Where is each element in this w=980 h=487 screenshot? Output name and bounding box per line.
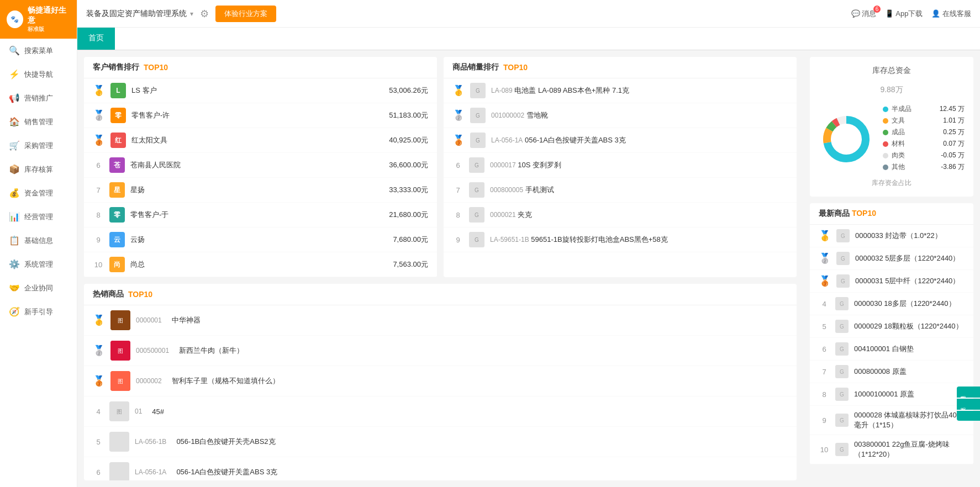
product-code: 01 [135, 407, 142, 415]
system-icon: ⚙️ [9, 259, 20, 269]
product-thumbnail: G [835, 388, 849, 401]
product-thumbnail: 图 [110, 341, 130, 361]
avatar: 红 [110, 133, 126, 148]
avatar: 零 [109, 207, 125, 223]
rank-number: 8 [452, 211, 463, 219]
product-thumbnail: G [836, 252, 850, 265]
product-image: G [470, 83, 486, 98]
tab-home[interactable]: 首页 [77, 28, 115, 50]
customer-value: 36,600.00元 [389, 160, 428, 170]
list-item: 🥈 G 0000032 5层多层（1220*2440） [810, 247, 973, 270]
product-name: 中华神器 [172, 315, 201, 325]
product-name: 056-1A白色按键开关盖ABS 3克 [176, 467, 277, 477]
sidebar-item-cooperation[interactable]: 🤝 企业协同 [0, 276, 77, 300]
gold-medal-icon: 🥇 [452, 84, 465, 97]
customer-name: 星扬 [130, 185, 383, 195]
float-live-button[interactable]: 直播 [957, 411, 980, 421]
product-name: 电池盖 LA-089 ABS本色+黑种 7.1克 [514, 86, 629, 94]
legend-item: 半成品 12.45 万 [883, 104, 965, 114]
product-name: 003800001 22g鱼豆腐-烧烤味（1*12*20） [854, 440, 965, 459]
hot-products-header: 热销商品 TOP10 [84, 284, 797, 305]
table-row: 🥇 G LA-089 电池盖 LA-089 ABS本色+黑种 7.1克 [444, 78, 797, 103]
stock-legend: 半成品 12.45 万 文具 1.01 万 成品 0.25 万 [883, 104, 965, 174]
product-image: G [470, 108, 486, 123]
message-button[interactable]: 💬 6 消息 [851, 9, 877, 19]
trial-button[interactable]: 体验行业方案 [215, 6, 276, 22]
product-name: 45# [152, 407, 164, 416]
legend-item: 成品 0.25 万 [883, 128, 965, 137]
sidebar-item-operations[interactable]: 📊 经营管理 [0, 205, 77, 229]
legend-name: 半成品 [892, 104, 936, 114]
product-name: 10000100001 原盖 [854, 389, 965, 399]
purchase-icon: 🛒 [9, 140, 20, 151]
list-item: 6 LA-056-1A 056-1A白色按键开关盖ABS 3克 [84, 457, 797, 480]
sidebar-item-search[interactable]: 🔍 搜索菜单 [0, 39, 77, 62]
customer-name: 零售客户-于 [130, 210, 383, 220]
sidebar-item-inventory-label: 库存核算 [24, 165, 53, 174]
customer-value: 21,680.00元 [389, 210, 428, 220]
legend-item: 肉类 -0.05 万 [883, 151, 965, 160]
product-thumbnail: G [836, 274, 850, 288]
list-item: 🥉 图 0000002 智利车子里（规格不知道填什么） [84, 366, 797, 396]
table-row: 10 尚 尚总 7,563.00元 [84, 252, 437, 277]
legend-color-dot [883, 141, 888, 147]
legend-item: 其他 -3.86 万 [883, 162, 965, 172]
content-main: 客户销售排行 TOP10 🥇 L LS 客户 53,006.26元 🥈 [77, 50, 803, 487]
list-item: 🥈 图 000500001 新西兰牛肉（新牛） [84, 336, 797, 366]
sidebar-item-basic[interactable]: 📋 基础信息 [0, 229, 77, 252]
customer-value: 7,680.00元 [393, 235, 428, 245]
sidebar-item-search-label: 搜索菜单 [24, 46, 53, 56]
table-row: 🥇 L LS 客户 53,006.26元 [84, 78, 437, 103]
bronze-medal-icon: 🥉 [93, 375, 105, 387]
product-rank-badge: TOP10 [503, 63, 528, 72]
customer-rank-badge: TOP10 [144, 63, 168, 72]
sidebar-logo: 🐾 畅捷通好生意 标准版 [0, 0, 77, 39]
sidebar-item-quicknav-label: 快捷导航 [24, 70, 53, 80]
sidebar-item-guide[interactable]: 🧭 新手引导 [0, 300, 77, 324]
gold-medal-icon: 🥇 [819, 230, 831, 242]
logo-sub: 标准版 [28, 25, 70, 33]
sidebar-item-purchase[interactable]: 🛒 采购管理 [0, 134, 77, 157]
online-service-button[interactable]: 👤 在线客服 [931, 9, 971, 19]
sidebar-item-system[interactable]: ⚙️ 系统管理 [0, 252, 77, 276]
system-name-selector[interactable]: 装备及固定资产辅助管理系统 ▾ [86, 9, 193, 19]
sidebar-item-inventory[interactable]: 📦 库存核算 [0, 157, 77, 181]
sidebar-item-marketing[interactable]: 📢 营销推广 [0, 86, 77, 110]
float-community-button[interactable]: 服务社区 [957, 399, 980, 410]
table-row: 7 星 星扬 33,333.00元 [84, 178, 437, 203]
product-name: 000800008 原盖 [854, 367, 965, 377]
list-item: 4 G 0000030 18多层（1220*2440） [810, 293, 973, 315]
rank-number: 4 [819, 300, 830, 308]
legend-color-dot [883, 118, 888, 124]
sidebar-item-quicknav[interactable]: ⚡ 快捷导航 [0, 62, 77, 86]
sidebar: 🐾 畅捷通好生意 标准版 🔍 搜索菜单 ⚡ 快捷导航 📢 营销推广 🏠 销售管理… [0, 0, 77, 487]
content-right: 库存总资金 9.88万 [803, 50, 980, 487]
product-thumbnail: 图 [110, 310, 130, 330]
topbar-right: 💬 6 消息 📱 App下载 👤 在线客服 [851, 9, 971, 19]
logo-text-block: 畅捷通好生意 标准版 [28, 6, 70, 33]
table-row: 7 G 000800005 手机测试 [444, 178, 797, 203]
rank-number: 7 [819, 368, 830, 376]
sidebar-item-sales[interactable]: 🏠 销售管理 [0, 110, 77, 134]
settings-icon[interactable]: ⚙ [200, 8, 209, 20]
legend-color-dot [883, 130, 888, 135]
list-item: 🥇 图 0000001 中华神器 [84, 305, 797, 336]
stock-total-value: 9.88万 [819, 80, 965, 96]
float-service-button[interactable]: 客服热线 [957, 387, 980, 398]
list-item: 5 LA-056-1B 056-1B白色按键开关壳ABS2克 [84, 427, 797, 457]
list-item: 6 G 004100001 白钢垫 [810, 338, 973, 361]
product-name: 智利车子里（规格不知道填什么） [172, 376, 280, 386]
legend-value: -3.86 万 [941, 162, 965, 172]
sidebar-item-finance[interactable]: 💰 资金管理 [0, 181, 77, 205]
list-item: 4 图 01 45# [84, 396, 797, 427]
legend-name: 材料 [892, 139, 940, 149]
sidebar-item-guide-label: 新手引导 [24, 307, 53, 317]
sidebar-navigation: 🔍 搜索菜单 ⚡ 快捷导航 📢 营销推广 🏠 销售管理 🛒 采购管理 📦 库存核… [0, 39, 77, 487]
product-thumbnail: G [835, 320, 849, 333]
app-download-button[interactable]: 📱 App下载 [885, 9, 923, 19]
hot-products-panel: 热销商品 TOP10 🥇 图 0000001 中华神器 🥈 [84, 284, 797, 480]
product-name: 056-1A白色按键开关盖ABS 3克 [525, 136, 626, 144]
rank-number: 6 [93, 468, 104, 477]
rank-number: 10 [93, 261, 104, 269]
gold-medal-icon: 🥇 [93, 84, 105, 97]
